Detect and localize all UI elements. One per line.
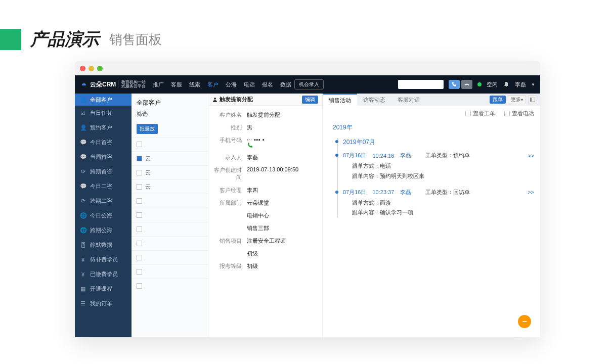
expand-button[interactable]: >> [528,153,534,159]
sidebar-item[interactable]: ⟳跨期首咨 [75,164,132,179]
list-row[interactable] [132,137,208,151]
sidebar-item[interactable]: 💬当周首咨 [75,150,132,164]
activity-item: 07月16日 10:23:37 李磊 工单类型：回访单 >> 跟单方式：面谈 跟… [343,189,540,218]
slide-header: 产品演示 销售面板 [0,0,612,61]
sidebar-item[interactable]: 💬今日二咨 [75,179,132,194]
hangup-button[interactable] [461,80,472,89]
sidebar-label: 已缴费学员 [90,270,118,278]
sidebar-icon: 🌐 [80,212,86,219]
maximize-dot[interactable] [97,66,103,71]
row-checkbox[interactable] [137,142,142,147]
row-checkbox[interactable] [137,241,142,246]
row-checkbox[interactable] [137,212,142,218]
nav-item[interactable]: 报名 [261,79,274,90]
list-row[interactable] [132,236,208,250]
nav-item[interactable]: 线索 [188,79,201,90]
sidebar-item[interactable]: ▦开通课程 [75,282,132,296]
sidebar-icon: ☰ [80,300,86,307]
more-button[interactable]: 更多▾ [508,95,526,104]
field-value: 云朵课堂 [247,199,318,207]
customer-detail-panel: 触发提前分配 编辑 客户姓名触发提前分配性别男手机号码··· ▪▪▪ ▪录入人李… [208,94,323,337]
user-icon: 👤 [80,97,87,103]
phone-icon[interactable] [247,143,318,149]
call-buttons [449,80,472,89]
list-row[interactable] [132,208,208,222]
sidebar-item[interactable]: ☑当日任务 [75,106,132,120]
activity-tab[interactable]: 访客动态 [357,94,391,106]
list-row[interactable]: 云 [132,165,208,179]
row-checkbox[interactable] [137,198,142,204]
sidebar-item[interactable]: ¥已缴费学员 [75,267,132,282]
filter-checkbox[interactable]: 查看工单 [465,110,495,117]
search-input[interactable] [398,80,444,89]
sidebar-item[interactable]: 💬今日首咨 [75,135,132,150]
nav-item[interactable]: 数据 [279,79,292,90]
sidebar-item[interactable]: 🌐跨期公海 [75,223,132,238]
row-checkbox[interactable] [137,283,142,289]
row-checkbox[interactable] [137,156,142,161]
fab-button[interactable]: − [518,315,531,328]
nav-item[interactable]: 推广 [152,79,165,90]
activity-tab[interactable]: 销售活动 [323,94,357,106]
sidebar-item[interactable]: 🗄静默数据 [75,238,132,252]
chevron-down-icon[interactable]: ▼ [531,82,535,87]
row-checkbox[interactable] [137,184,142,190]
field-value: 注册安全工程师 [247,237,318,245]
row-checkbox[interactable] [137,269,142,275]
sidebar-icon: ⟳ [80,168,86,175]
sidebar-label: 跨期公海 [90,226,112,234]
sidebar-header[interactable]: 👤 全部客户 [75,94,132,106]
sidebar-label: 今日公海 [90,212,112,219]
field-label: 销售项目 [212,237,247,245]
activity-tab[interactable]: 客服对话 [391,94,426,106]
slide-title-sub: 销售面板 [109,31,162,49]
detail-row: 电销中心 [208,209,322,222]
list-filter-label[interactable]: 筛选 [132,110,208,122]
call-button[interactable] [449,80,460,89]
row-checkbox[interactable] [137,170,142,175]
sidebar-icon: ¥ [80,257,86,263]
list-row[interactable] [132,264,208,279]
window-chrome [75,61,540,75]
status-dot-icon [477,82,482,86]
edit-button[interactable]: 编辑 [302,96,318,104]
nav-item[interactable]: 电话 [243,79,256,90]
row-text: 云 [145,183,151,191]
expand-button[interactable]: >> [528,189,534,195]
minimize-dot[interactable] [89,66,94,71]
sidebar-icon: 💬 [80,154,86,160]
sidebar-icon: 💬 [80,183,86,190]
row-checkbox[interactable] [137,255,142,260]
accent-block [0,29,21,50]
sidebar-label: 预约客户 [90,124,112,131]
sidebar-icon: ▦ [80,286,86,292]
row-checkbox[interactable] [137,226,142,232]
current-user[interactable]: 李磊 [515,81,526,88]
close-dot[interactable] [80,66,85,71]
activity-date: 07月16日 [343,152,366,159]
list-row[interactable] [132,250,208,264]
nav-item[interactable]: 客户 [206,79,220,90]
nav-item[interactable]: 客服 [170,79,183,90]
bulk-release-button[interactable]: 批量放 [137,124,158,134]
list-row[interactable]: 云 [132,151,208,165]
filter-checkbox[interactable]: 查看电话 [504,110,534,117]
sidebar-item[interactable]: 🌐今日公海 [75,208,132,223]
panel-toggle-icon[interactable] [528,95,537,104]
field-label: 录入人 [212,154,247,161]
sidebar-item[interactable]: ⟳跨期二咨 [75,194,132,208]
list-row[interactable] [132,194,208,208]
list-row[interactable] [132,279,208,293]
field-label: 性别 [212,124,247,131]
notifications-icon[interactable] [503,81,510,88]
detail-row: 初级 [208,247,322,260]
nav-item[interactable]: 公海 [225,79,238,90]
list-row[interactable]: 云 [132,179,208,194]
follow-button[interactable]: 跟单 [490,96,506,104]
sidebar-item[interactable]: ☰我的订单 [75,296,132,311]
opportunity-entry-button[interactable]: 机会录入 [294,79,324,89]
sidebar-item[interactable]: 👤预约客户 [75,120,132,135]
sidebar-item[interactable]: ¥待补费学员 [75,252,132,267]
brand-name: 云朵CRM [90,80,116,89]
list-row[interactable] [132,222,208,236]
